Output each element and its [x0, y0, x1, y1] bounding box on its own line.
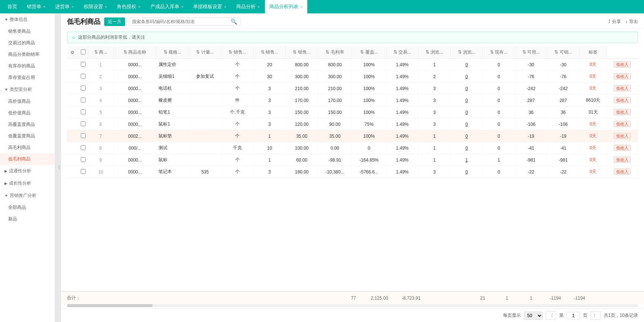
sidebar-item-high-coverage[interactable]: 高覆盖度商品	[0, 119, 55, 130]
sidebar-item-stock-goods[interactable]: 有库存的商品	[0, 60, 55, 72]
horizontal-scrollbar[interactable]	[67, 304, 638, 307]
row-views1[interactable]: 0	[451, 71, 483, 83]
sidebar-item-low-margin[interactable]: 低毛利商品	[0, 153, 55, 165]
sidebar-item-low-coverage[interactable]: 低覆盖度商品	[0, 130, 55, 142]
sidebar-item-new-goods[interactable]: 新品	[0, 213, 55, 225]
row-select-checkbox[interactable]	[81, 62, 86, 67]
row-transaction: 3	[419, 83, 451, 95]
nav-permissions[interactable]: 权限设置 ×	[79, 0, 112, 13]
nav-permissions-close[interactable]: ×	[105, 4, 107, 9]
sort-icon: ⇅	[326, 50, 329, 55]
row-views2: 0	[483, 95, 515, 106]
nav-home[interactable]: 首页	[3, 0, 22, 13]
row-checkbox[interactable]	[78, 95, 88, 106]
row-views1[interactable]: 0	[451, 106, 483, 118]
row-sales-qty: 20	[253, 59, 286, 71]
row-gross-margin: 75%	[352, 118, 386, 130]
nav-product-analysis-list-close[interactable]: ×	[300, 4, 302, 9]
row-select-checkbox[interactable]	[81, 169, 86, 174]
row-checkbox[interactable]	[78, 71, 88, 83]
sidebar-item-sales-goods[interactable]: 销售类商品	[0, 26, 55, 37]
sidebar-collapse-button[interactable]: 《	[55, 13, 61, 322]
row-select-checkbox[interactable]	[81, 145, 86, 150]
row-spec: 535	[189, 166, 221, 178]
settings-icon[interactable]: ⚙	[70, 50, 74, 55]
row-checkbox[interactable]	[78, 142, 88, 154]
row-tag: 低收入	[607, 130, 638, 142]
row-sales-amount: 90.00	[318, 118, 352, 130]
sort-icon: ⇅	[394, 50, 397, 55]
nav-template[interactable]: 单据模板设置 ×	[189, 0, 231, 13]
sidebar-item-low-value[interactable]: 低价值商品	[0, 107, 55, 119]
sidebar-item-high-value[interactable]: 高价值商品	[0, 96, 55, 107]
row-views1[interactable]: 0	[451, 142, 483, 154]
nav-product-in-close[interactable]: ×	[181, 4, 183, 9]
nav-sales-close[interactable]: ×	[43, 4, 45, 9]
row-no: 1	[88, 59, 113, 71]
row-spec	[189, 154, 221, 166]
row-current: -19	[515, 130, 547, 142]
nav-product-in[interactable]: 产成品入库单 ×	[146, 0, 188, 13]
table-row: 8 000/... 测试 千克 10 100.00 0.00 0 1.49% 1…	[67, 142, 638, 154]
nav-sales[interactable]: 销货单 ×	[22, 0, 50, 13]
row-select-checkbox[interactable]	[81, 133, 86, 138]
scrollbar-thumb[interactable]	[67, 304, 153, 307]
row-select-checkbox[interactable]	[81, 121, 86, 126]
row-views1[interactable]: 0	[451, 118, 483, 130]
row-select-checkbox[interactable]	[81, 86, 86, 90]
per-page-label: 每页显示	[503, 312, 521, 319]
next-page-button[interactable]: 〉	[590, 311, 601, 320]
row-views1[interactable]: 0	[451, 130, 483, 142]
row-views1[interactable]: 1	[451, 154, 483, 166]
filter-button[interactable]: 近一月	[104, 17, 125, 26]
select-all-checkbox[interactable]	[81, 50, 86, 54]
nav-template-close[interactable]: ×	[224, 4, 226, 9]
row-select-checkbox[interactable]	[81, 74, 86, 79]
row-views1[interactable]: 0	[451, 95, 483, 106]
sidebar-group-type-analysis[interactable]: ▼ 类型室分析	[0, 83, 55, 96]
row-views1[interactable]: 0	[451, 83, 483, 95]
search-icon[interactable]: 🔍	[231, 19, 237, 25]
export-button[interactable]: ↓ 导出	[625, 19, 638, 25]
row-checkbox[interactable]	[78, 83, 88, 95]
col-settings[interactable]: ⚙	[67, 46, 78, 59]
row-views2: 1	[483, 154, 515, 166]
row-unit: 个	[221, 71, 254, 83]
sidebar-group-marketing-analysis[interactable]: ▼ 营销推广分析	[0, 189, 55, 202]
row-select-checkbox[interactable]	[81, 98, 86, 102]
sidebar-group-overall[interactable]: ▼ 整体信息	[0, 13, 55, 26]
row-views1[interactable]: 0	[451, 166, 483, 178]
nav-roles-close[interactable]: ×	[138, 4, 140, 9]
row-select-checkbox[interactable]	[81, 157, 86, 162]
row-checkbox[interactable]	[78, 130, 88, 142]
row-checkbox[interactable]	[78, 106, 88, 118]
sidebar-item-traded-goods[interactable]: 交易过的商品	[0, 37, 55, 49]
row-code: 0000...	[113, 83, 156, 95]
search-input[interactable]	[132, 19, 231, 24]
row-views1[interactable]: 0	[451, 59, 483, 71]
sidebar-group-flow-analysis[interactable]: ▶ 流通性分析	[0, 165, 55, 177]
row-checkbox[interactable]	[78, 154, 88, 166]
nav-product-analysis-close[interactable]: ×	[257, 4, 260, 9]
sidebar-group-growth-analysis[interactable]: ▶ 成长性分析	[0, 177, 55, 189]
row-checkbox[interactable]	[78, 59, 88, 71]
sidebar-item-category-rate[interactable]: 商品分类助销率	[0, 49, 55, 60]
row-checkbox[interactable]	[78, 118, 88, 130]
nav-purchase-close[interactable]: ×	[71, 4, 74, 9]
footer-views1: 1	[495, 296, 519, 301]
sidebar-item-all-goods[interactable]: 全部商品	[0, 202, 55, 213]
sort-icon: ⇅	[228, 50, 232, 55]
row-code: 0000...	[113, 106, 156, 118]
row-select-checkbox[interactable]	[81, 109, 86, 114]
page-number-input[interactable]	[567, 312, 580, 319]
nav-product-analysis-list[interactable]: 商品分析列表 ×	[265, 0, 307, 13]
nav-product-analysis[interactable]: 商品分析 ×	[232, 0, 264, 13]
row-checkbox[interactable]	[78, 166, 88, 178]
nav-purchase[interactable]: 进货单 ×	[51, 0, 78, 13]
nav-roles[interactable]: 角色授权 ×	[112, 0, 145, 13]
sidebar-item-stock-capital[interactable]: 库存资金占用	[0, 72, 55, 83]
sidebar-item-high-margin[interactable]: 高毛利商品	[0, 142, 55, 153]
prev-page-button[interactable]: 〈	[546, 311, 556, 320]
share-button[interactable]: ⤴ 分享	[608, 19, 621, 25]
per-page-select[interactable]: 50 100 200	[524, 312, 543, 320]
